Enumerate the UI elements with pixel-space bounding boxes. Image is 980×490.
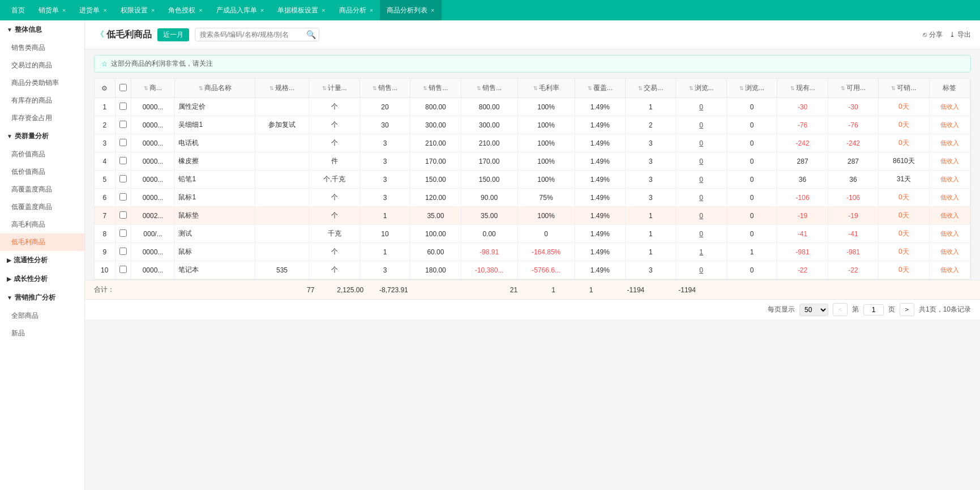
row-views1[interactable]: 0 <box>676 152 726 171</box>
sidebar-item-stocked-products[interactable]: 有库存的商品 <box>0 92 84 109</box>
sidebar-item-traded-products[interactable]: 交易过的商品 <box>0 57 84 74</box>
row-select-checkbox[interactable] <box>119 157 127 164</box>
nav-item-home[interactable]: 首页 <box>5 0 32 20</box>
export-button[interactable]: ⤓ 导出 <box>949 30 971 40</box>
sidebar-item-low-value[interactable]: 低价值商品 <box>0 163 84 181</box>
col-unit[interactable]: ⇅计量... <box>309 79 360 98</box>
row-checkbox[interactable] <box>115 116 131 134</box>
row-select-checkbox[interactable] <box>119 193 127 201</box>
row-views1[interactable]: 0 <box>676 189 726 207</box>
row-views1[interactable]: 0 <box>676 225 726 243</box>
sidebar-group-flow[interactable]: ▶ 流通性分析 <box>0 251 84 270</box>
col-sellable-days[interactable]: ⇅可销... <box>879 79 929 98</box>
sidebar-item-low-margin[interactable]: 低毛利商品 <box>0 233 84 251</box>
prev-page-button[interactable]: ＜ <box>833 303 848 316</box>
close-icon[interactable]: × <box>370 7 373 14</box>
row-select-checkbox[interactable] <box>119 139 127 146</box>
close-icon[interactable]: × <box>322 7 325 14</box>
row-checkbox[interactable] <box>115 98 131 116</box>
col-spec[interactable]: ⇅规格... <box>255 79 309 98</box>
row-checkbox[interactable] <box>115 225 131 243</box>
row-name[interactable]: 属性定价 <box>175 98 255 116</box>
close-icon[interactable]: × <box>199 7 202 14</box>
row-select-checkbox[interactable] <box>119 211 127 219</box>
sidebar-group-marketing[interactable]: ▼ 营销推广分析 <box>0 288 84 307</box>
col-sales-amount[interactable]: ⇅销售... <box>410 79 461 98</box>
row-name[interactable]: 笔记本 <box>175 261 255 279</box>
close-icon[interactable]: × <box>103 7 106 14</box>
nav-item-purchase[interactable]: 进货单 × <box>72 0 113 20</box>
sidebar-item-category-sales-rate[interactable]: 商品分类助销率 <box>0 74 84 92</box>
row-checkbox[interactable] <box>115 243 131 261</box>
row-select-checkbox[interactable] <box>119 266 127 273</box>
close-icon[interactable]: × <box>260 7 264 14</box>
sidebar-item-sales-products[interactable]: 销售类商品 <box>0 39 84 57</box>
row-select-checkbox[interactable] <box>119 103 127 110</box>
next-page-button[interactable]: ＞ <box>900 303 914 316</box>
row-name[interactable]: 鼠标1 <box>175 189 255 207</box>
col-views1[interactable]: ⇅浏览... <box>676 79 726 98</box>
row-name[interactable]: 橡皮擦 <box>175 152 255 171</box>
row-name[interactable]: 鼠标 <box>175 243 255 261</box>
nav-item-role-auth[interactable]: 角色授权 × <box>161 0 209 20</box>
row-views1[interactable]: 0 <box>676 98 726 116</box>
col-current-stock[interactable]: ⇅现有... <box>777 79 828 98</box>
period-button[interactable]: 近一月 <box>157 28 189 41</box>
row-views1[interactable]: 0 <box>676 261 726 279</box>
row-name[interactable]: 测试 <box>175 225 255 243</box>
close-icon[interactable]: × <box>431 7 434 14</box>
row-name[interactable]: 电话机 <box>175 134 255 152</box>
sidebar-collapse-btn[interactable]: 《 <box>94 25 106 44</box>
row-checkbox[interactable] <box>115 171 131 189</box>
close-icon[interactable]: × <box>62 7 66 14</box>
sidebar-item-high-coverage[interactable]: 高覆盖度商品 <box>0 181 84 198</box>
sidebar-item-stock-capital[interactable]: 库存资金占用 <box>0 109 84 127</box>
nav-item-template-settings[interactable]: 单据模板设置 × <box>271 0 332 20</box>
col-gross-margin[interactable]: ⇅毛利率 <box>517 79 575 98</box>
search-input[interactable] <box>195 28 319 41</box>
sidebar-item-all-products[interactable]: 全部商品 <box>0 307 84 325</box>
nav-item-permissions[interactable]: 权限设置 × <box>114 0 161 20</box>
col-sales-qty[interactable]: ⇅销售... <box>360 79 410 98</box>
row-name[interactable]: 吴细细1 <box>175 116 255 134</box>
row-views1[interactable]: 1 <box>676 243 726 261</box>
sidebar-item-low-coverage[interactable]: 低覆盖度商品 <box>0 198 84 216</box>
row-checkbox[interactable] <box>115 207 131 225</box>
sidebar-group-growth[interactable]: ▶ 成长性分析 <box>0 270 84 288</box>
col-trade-count[interactable]: ⇅交易... <box>626 79 676 98</box>
page-size-select[interactable]: 50 20 100 <box>799 304 828 316</box>
col-available-stock[interactable]: ⇅可用... <box>828 79 878 98</box>
sidebar-item-high-value[interactable]: 高价值商品 <box>0 146 84 163</box>
col-code[interactable]: ⇅商... <box>131 79 175 98</box>
sidebar-item-new-products[interactable]: 新品 <box>0 325 84 342</box>
page-number-input[interactable] <box>863 304 884 316</box>
row-views1[interactable]: 0 <box>676 116 726 134</box>
sidebar-item-high-margin[interactable]: 高毛利商品 <box>0 216 84 233</box>
row-checkbox[interactable] <box>115 261 131 279</box>
row-select-checkbox[interactable] <box>119 121 127 128</box>
select-all-checkbox[interactable] <box>119 84 127 91</box>
nav-item-sales[interactable]: 销货单 × <box>32 0 72 20</box>
col-sales-profit[interactable]: ⇅销售... <box>461 79 517 98</box>
row-checkbox[interactable] <box>115 152 131 171</box>
col-coverage[interactable]: ⇅覆盖... <box>575 79 625 98</box>
sidebar-group-cluster[interactable]: ▼ 类群量分析 <box>0 127 84 146</box>
row-name[interactable]: 鼠标垫 <box>175 207 255 225</box>
close-icon[interactable]: × <box>151 7 155 14</box>
nav-item-product-inbound[interactable]: 产成品入库单 × <box>209 0 271 20</box>
col-settings[interactable]: ⚙ <box>95 79 115 98</box>
nav-item-product-analysis[interactable]: 商品分析 × <box>332 0 380 20</box>
row-views1[interactable]: 0 <box>676 134 726 152</box>
row-name[interactable]: 铅笔1 <box>175 171 255 189</box>
row-checkbox[interactable] <box>115 134 131 152</box>
row-views1[interactable]: 0 <box>676 171 726 189</box>
search-button[interactable]: 🔍 <box>306 30 316 39</box>
col-name[interactable]: ⇅商品名称 <box>175 79 255 98</box>
sidebar-group-overall[interactable]: ▼ 整体信息 <box>0 20 84 39</box>
row-checkbox[interactable] <box>115 189 131 207</box>
row-select-checkbox[interactable] <box>119 175 127 182</box>
nav-item-product-analysis-list[interactable]: 商品分析列表 × <box>380 0 441 20</box>
row-views1[interactable]: 0 <box>676 207 726 225</box>
share-button[interactable]: ⎋ 分享 <box>923 30 943 40</box>
row-select-checkbox[interactable] <box>119 229 127 237</box>
